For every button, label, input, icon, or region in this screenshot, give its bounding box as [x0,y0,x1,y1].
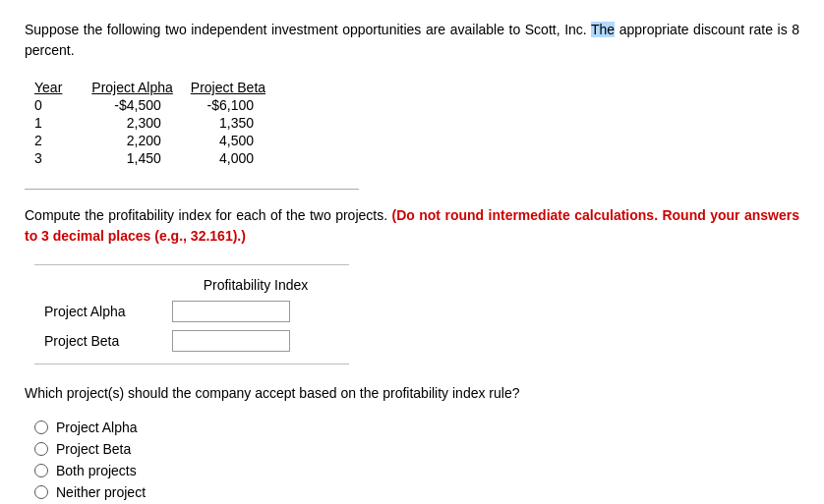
cell-alpha: 2,300 [91,114,191,132]
intro-text-normal: Suppose the following two independent in… [25,22,591,37]
cell-beta: 1,350 [191,114,283,132]
cell-year: 0 [34,96,91,114]
pi-label-0: Project Alpha [34,297,162,326]
radio-label-2: Both projects [56,463,137,478]
radio-option-1[interactable]: Project Beta [34,441,799,457]
pi-table: Profitability Index Project AlphaProject… [34,273,349,356]
col-header-alpha: Project Alpha [91,79,191,96]
data-table: Year Project Alpha Project Beta 0-$4,500… [34,79,283,167]
table-row: 31,4504,000 [34,149,283,167]
radio-option-3[interactable]: Neither project [34,484,799,500]
radio-option-2[interactable]: Both projects [34,463,799,478]
table-row: 12,3001,350 [34,114,283,132]
pi-input-0[interactable] [172,301,290,322]
table-row: 0-$4,500-$6,100 [34,96,283,114]
compute-paragraph: Compute the profitability index for each… [25,205,799,247]
radio-group: Project AlphaProject BetaBoth projectsNe… [34,420,799,500]
cell-beta: -$6,100 [191,96,283,114]
radio-circle-2 [34,464,48,477]
radio-label-0: Project Alpha [56,420,138,435]
cell-beta: 4,000 [191,149,283,167]
table-divider [25,189,359,190]
cell-year: 3 [34,149,91,167]
intro-paragraph: Suppose the following two independent in… [25,20,799,61]
which-question: Which project(s) should the company acce… [25,383,799,404]
pi-table-row: Project Beta [34,326,349,356]
table-row: 22,2004,500 [34,132,283,149]
radio-circle-3 [34,485,48,499]
cell-alpha: 1,450 [91,149,191,167]
compute-text-before: Compute the profitability index for each… [25,207,392,223]
pi-input-1[interactable] [172,330,290,352]
intro-text-highlighted: The [591,22,615,37]
pi-col-header: Profitability Index [162,273,349,297]
pi-label-spacer [34,273,162,297]
pi-label-1: Project Beta [34,326,162,356]
radio-label-3: Neither project [56,484,146,500]
pi-input-cell-0 [162,297,349,326]
radio-option-0[interactable]: Project Alpha [34,420,799,435]
radio-label-1: Project Beta [56,441,131,457]
cell-beta: 4,500 [191,132,283,149]
pi-table-row: Project Alpha [34,297,349,326]
radio-circle-1 [34,442,48,456]
cell-alpha: 2,200 [91,132,191,149]
cell-alpha: -$4,500 [91,96,191,114]
cell-year: 2 [34,132,91,149]
pi-input-cell-1 [162,326,349,356]
cell-year: 1 [34,114,91,132]
pi-section: Profitability Index Project AlphaProject… [34,264,349,364]
radio-circle-0 [34,420,48,434]
col-header-beta: Project Beta [191,79,283,96]
col-header-year: Year [34,79,91,96]
